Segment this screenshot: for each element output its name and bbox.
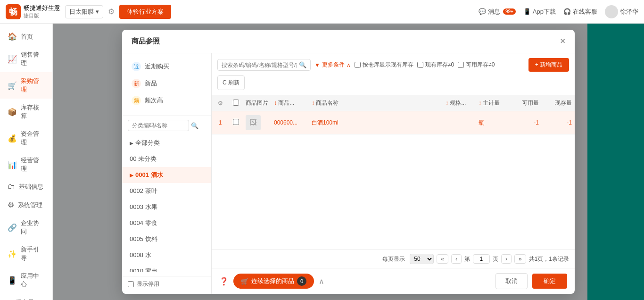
online-service-item[interactable]: 🎧 在线客服 [563,8,597,16]
experience-btn[interactable]: 体验行业方案 [119,5,171,19]
sidebar-item-sales[interactable]: 📈 销售管理 [0,46,52,72]
product-search-input[interactable] [222,62,297,68]
help-icon[interactable]: ❓ [219,277,229,286]
sidebar-item-home[interactable]: 🏠 首页 [0,27,52,46]
gear-icon[interactable]: ⚙ [218,100,223,107]
quick-filter-frequent[interactable]: 频 频次高 [128,93,206,108]
sort-icon-spec: ↕ [446,100,448,106]
sidebar-item-purchase[interactable]: 🛒 采购管理 [0,72,52,99]
next-page-btn[interactable]: › [501,254,512,264]
collapse-icon[interactable]: ∧ [319,277,324,286]
new-icon: 新 [132,79,141,88]
available-nonzero-wrap: 可用库存≠0 [458,61,495,69]
quick-filter-recent[interactable]: 近 近期购买 [128,59,206,74]
sidebar-item-system[interactable]: ⚙ 系统管理 [0,196,52,214]
continuous-select-btn[interactable]: 🛒 连续选择的商品 0 [233,274,314,289]
row-code: 000600... [271,111,309,134]
select-all-checkbox[interactable] [233,100,239,106]
modal-toolbar: 🔍 ▼ 更多条件 ∧ 按仓库显示现有库存 [212,53,575,95]
last-page-btn[interactable]: » [514,254,526,264]
modal-body: 近 近期购买 新 新品 频 频次高 [122,53,575,294]
category-snack[interactable]: 0004 零食 [122,215,211,231]
col-header-name: ↕ 商品名称 [309,95,443,111]
operation-icon: 📊 [8,160,17,169]
confirm-button[interactable]: 确定 [532,274,567,289]
col-header-code: ↕ 商品... [271,95,309,111]
user-info[interactable]: 徐泽华 [605,5,638,18]
product-table-wrap: ⚙ 商品图片 ↕ 商品... [212,95,575,250]
prev-page-btn[interactable]: ‹ [451,254,462,264]
col-header-unit: ↕ 主计量 [476,95,509,111]
apps-icon: 📱 [8,276,17,285]
row-available: -1 [509,111,542,134]
row-img: 🖼 [243,111,271,134]
category-tea[interactable]: 0002 茶叶 [122,183,211,199]
search-wrap: 🔍 [217,59,311,71]
category-all[interactable]: ▶ 全部分类 [122,135,211,151]
page-size-select[interactable]: 50 100 200 [410,254,434,264]
main-content: 商品参照 × 近 近期购买 新 新品 [53,24,644,300]
refresh-btn[interactable]: C 刷新 [217,75,245,90]
warehouse-filter-wrap: 按仓库显示现有库存 [355,61,413,69]
sidebar-item-guide[interactable]: ✨ 新手引导 [0,241,52,267]
show-disabled-checkbox[interactable] [128,281,134,287]
modal-header: 商品参照 × [122,30,575,53]
add-product-btn[interactable]: + 新增商品 [528,58,569,72]
system-icon: ⚙ [8,200,14,209]
sidebar-item-member[interactable]: V 畅会员 [0,293,52,300]
stock-nonzero-checkbox[interactable] [417,62,423,68]
col-header-spec: ↕ 规格... [443,95,476,111]
product-table: ⚙ 商品图片 ↕ 商品... [212,95,575,134]
modal-close-button[interactable]: × [560,36,565,46]
cart-count: 0 [297,276,306,286]
total-pages-label: 共1页，1条记录 [529,255,569,263]
sidebar-item-finance[interactable]: 💰 资金管理 [0,125,52,151]
category-alcohol[interactable]: ▶ 0001 酒水 [122,167,211,183]
sidebar-item-inventory[interactable]: 📦 库存核算 [0,99,52,125]
sort-icon-unit: ↕ [479,100,481,106]
modal-title: 商品参照 [132,37,160,46]
table-row[interactable]: 1 🖼 000600... 白酒100ml [212,111,575,134]
app-download-item[interactable]: 📱 App下载 [523,8,556,16]
gear-settings-icon[interactable]: ⚙ [108,7,115,16]
category-water[interactable]: 0008 水 [122,247,211,263]
row-check [229,111,243,134]
page-number-input[interactable] [473,254,490,264]
message-item[interactable]: 💬 消息 99+ [479,8,516,16]
sort-icon: ↕ [274,100,277,106]
nav-right: 💬 消息 99+ 📱 App下载 🎧 在线客服 徐泽华 [479,5,638,18]
sales-icon: 📈 [8,55,17,64]
headset-icon: 🎧 [563,8,571,15]
available-nonzero-checkbox[interactable] [458,62,464,68]
category-fruit[interactable]: 0003 水果 [122,199,211,215]
search-icon[interactable]: 🔍 [191,122,198,129]
warehouse-filter-checkbox[interactable] [355,62,361,68]
first-page-btn[interactable]: « [437,254,448,264]
col-header-stock: 现存量 [542,95,575,111]
sidebar-item-basic[interactable]: 🗂 基础信息 [0,178,52,196]
category-beverage[interactable]: 0005 饮料 [122,231,211,247]
more-filter-btn[interactable]: ▼ 更多条件 ∧ [314,61,351,69]
logo-icon: 畅 [6,4,21,19]
category-appliance[interactable]: 0010 家电 [122,263,211,272]
logo-area: 畅 畅捷通好生意 捷目版 [6,4,60,19]
modal-left-panel: 近 近期购买 新 新品 频 频次高 [122,53,212,294]
quick-filter-new[interactable]: 新 新品 [128,76,206,91]
sidebar-item-operation[interactable]: 📊 经营管理 [0,151,52,178]
row-name: 白酒100ml [309,111,443,134]
purchase-icon: 🛒 [8,81,17,90]
stock-nonzero-wrap: 现有库存≠0 [417,61,454,69]
search-icon[interactable]: 🔍 [299,61,306,68]
sidebar-item-enterprise[interactable]: 🔗 企业协同 [0,214,52,241]
filter-icon: ▼ [314,62,320,68]
col-header-img: 商品图片 [243,95,271,111]
category-uncategorized[interactable]: 00 未分类 [122,151,211,167]
sidebar-item-apps[interactable]: 📱 应用中心 [0,267,52,293]
category-search-input[interactable] [128,120,189,131]
inventory-icon: 📦 [8,108,17,117]
row-checkbox[interactable] [233,119,239,125]
store-select[interactable]: 日太阳膜 ▾ [65,5,103,18]
logo-text: 畅捷通好生意 捷目版 [24,4,60,19]
row-stock: -1 [542,111,575,134]
cancel-button[interactable]: 取消 [495,273,528,289]
